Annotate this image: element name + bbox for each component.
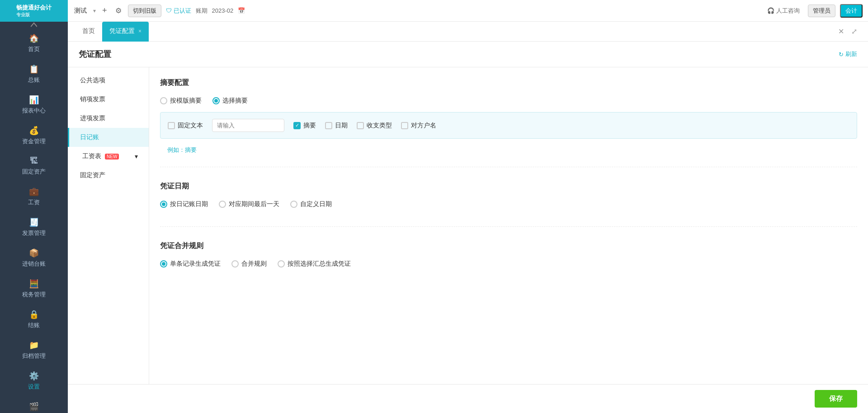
radio-merge[interactable]: 合并规则 xyxy=(231,260,267,268)
voucher-date-title: 凭证日期 xyxy=(160,182,857,191)
summary-checkbox: ✓ xyxy=(293,122,301,129)
sidebar-item-fixed-assets[interactable]: 🏗 固定资产 xyxy=(0,151,68,181)
fixed-text-checkbox xyxy=(168,122,175,129)
summary-radio-group: 按模版摘要 选择摘要 xyxy=(160,97,857,105)
left-nav-public[interactable]: 公共选项 xyxy=(68,71,149,90)
accountant-button[interactable]: 会计 xyxy=(840,4,863,18)
left-nav-payroll[interactable]: 工资表 NEW ▾ xyxy=(68,147,149,166)
sidebar-scroll-up[interactable] xyxy=(0,22,68,28)
purchase-icon: 📦 xyxy=(29,248,39,258)
tab-voucher-config[interactable]: 凭证配置 × xyxy=(102,22,149,42)
radio-select-summary[interactable]: 选择摘要 xyxy=(212,97,248,105)
sidebar-item-cash[interactable]: 💰 资金管理 xyxy=(0,120,68,151)
company-dropdown-icon[interactable]: ▾ xyxy=(93,8,96,14)
guide-icon: 🎬 xyxy=(29,402,39,412)
radio-journal-date[interactable]: 按日记账日期 xyxy=(160,200,208,208)
left-nav-sales-invoice[interactable]: 销项发票 xyxy=(68,90,149,109)
certified-status: 🛡 已认证 xyxy=(166,7,191,15)
checkbox-fixed-text[interactable]: 固定文本 xyxy=(168,122,203,130)
radio-template-summary[interactable]: 按模版摘要 xyxy=(160,97,202,105)
left-nav-journal[interactable]: 日记账 xyxy=(68,128,149,147)
merge-rules-section: 凭证合并规则 单条记录生成凭证 合并规则 按照选择汇总生成凭证 xyxy=(160,241,857,286)
close-accounts-icon: 🔒 xyxy=(29,310,39,319)
left-nav-fixed-assets[interactable]: 固定资产 xyxy=(68,166,149,185)
headset-icon: 🎧 xyxy=(767,7,774,14)
calendar-icon[interactable]: 📅 xyxy=(238,7,245,14)
content-area: 首页 凭证配置 × ✕ ⤢ 凭证配置 ↻ 刷新 公共选项 xyxy=(68,22,868,413)
sidebar-item-close[interactable]: 🔒 结账 xyxy=(0,304,68,335)
admin-button[interactable]: 管理员 xyxy=(808,5,835,17)
home-icon: 🏠 xyxy=(29,33,39,43)
archive-icon: 📁 xyxy=(29,340,39,350)
sidebar-item-home[interactable]: 🏠 首页 xyxy=(0,28,68,59)
tab-bar: 首页 凭证配置 × ✕ ⤢ xyxy=(68,22,868,42)
journal-date-circle xyxy=(160,201,167,208)
main-layout: 🏠 首页 📋 总账 📊 报表中心 💰 资金管理 🏗 固定资产 💼 工资 🧾 发票… xyxy=(0,22,868,413)
window-close-button[interactable]: ✕ xyxy=(835,27,848,36)
left-nav-purchase-invoice[interactable]: 进项发票 xyxy=(68,109,149,128)
summary-options-row: 固定文本 ✓ 摘要 日期 收支类型 xyxy=(160,112,857,139)
sidebar-item-archive[interactable]: 📁 归档管理 xyxy=(0,335,68,366)
chevron-down-icon: ▾ xyxy=(135,153,138,160)
save-button[interactable]: 保存 xyxy=(815,390,857,408)
save-bar: 保存 xyxy=(68,384,868,413)
sidebar-item-settings[interactable]: ⚙️ 设置 xyxy=(0,366,68,396)
add-company-button[interactable]: + xyxy=(100,6,109,15)
voucher-date-section: 凭证日期 按日记账日期 对应期间最后一天 自定义日期 xyxy=(160,182,857,227)
sidebar-item-general-ledger[interactable]: 📋 总账 xyxy=(0,59,68,89)
company-name: 测试 xyxy=(72,7,89,15)
switch-old-version-button[interactable]: 切到旧版 xyxy=(128,5,161,17)
single-circle xyxy=(160,260,167,268)
selected-circle xyxy=(278,260,285,268)
consult-button[interactable]: 🎧 人工咨询 xyxy=(767,7,800,15)
counterpart-checkbox xyxy=(401,122,408,129)
sidebar-item-invoice[interactable]: 🧾 发票管理 xyxy=(0,212,68,243)
tax-icon: 🧮 xyxy=(29,279,39,289)
tab-close-icon[interactable]: × xyxy=(138,28,142,34)
last-day-circle xyxy=(219,201,226,208)
radio-custom-date[interactable]: 自定义日期 xyxy=(290,200,332,208)
radio-single[interactable]: 单条记录生成凭证 xyxy=(160,260,221,268)
sidebar-item-guide[interactable]: 🎬 新手引导 xyxy=(0,396,68,413)
config-layout: 公共选项 销项发票 进项发票 日记账 工资表 NEW ▾ xyxy=(68,67,868,384)
period-label: 账期 xyxy=(196,7,208,15)
ledger-icon: 📋 xyxy=(29,64,39,74)
radio-last-day[interactable]: 对应期间最后一天 xyxy=(219,200,279,208)
income-type-checkbox xyxy=(357,122,364,129)
sidebar-item-tax[interactable]: 🧮 税务管理 xyxy=(0,273,68,304)
page-header: 凭证配置 ↻ 刷新 xyxy=(68,42,868,67)
voucher-date-radio-group: 按日记账日期 对应期间最后一天 自定义日期 xyxy=(160,200,857,208)
shield-icon: 🛡 xyxy=(166,7,172,14)
summary-config-section: 摘要配置 按模版摘要 选择摘要 xyxy=(160,78,857,167)
sidebar: 🏠 首页 📋 总账 📊 报表中心 💰 资金管理 🏗 固定资产 💼 工资 🧾 发票… xyxy=(0,22,68,413)
left-nav: 公共选项 销项发票 进项发票 日记账 工资表 NEW ▾ xyxy=(68,67,149,384)
settings-icon: ⚙️ xyxy=(29,371,39,381)
checkbox-summary[interactable]: ✓ 摘要 xyxy=(293,122,316,130)
merge-circle xyxy=(231,260,239,268)
checkbox-income-type[interactable]: 收支类型 xyxy=(357,122,392,130)
sidebar-item-payroll[interactable]: 💼 工资 xyxy=(0,181,68,212)
tab-home[interactable]: 首页 xyxy=(75,22,102,42)
radio-selected[interactable]: 按照选择汇总生成凭证 xyxy=(278,260,351,268)
refresh-icon: ↻ xyxy=(839,51,844,58)
checkbox-counterpart[interactable]: 对方户名 xyxy=(401,122,436,130)
sidebar-item-reports[interactable]: 📊 报表中心 xyxy=(0,89,68,120)
example-text: 例如：摘要 xyxy=(160,144,857,156)
right-content: 摘要配置 按模版摘要 选择摘要 xyxy=(149,67,868,384)
fixed-text-input[interactable] xyxy=(212,119,284,132)
radio-template-circle xyxy=(160,97,167,104)
merge-rules-title: 凭证合并规则 xyxy=(160,241,857,251)
sidebar-item-purchase-sales[interactable]: 📦 进销台账 xyxy=(0,243,68,273)
radio-select-circle xyxy=(212,97,220,104)
window-expand-button[interactable]: ⤢ xyxy=(848,27,861,36)
cash-icon: 💰 xyxy=(29,126,39,136)
new-badge: NEW xyxy=(105,154,119,160)
assets-icon: 🏗 xyxy=(30,156,38,166)
date-checkbox xyxy=(325,122,332,129)
summary-config-title: 摘要配置 xyxy=(160,78,857,88)
checkbox-date[interactable]: 日期 xyxy=(325,122,348,130)
company-settings-icon[interactable]: ⚙ xyxy=(113,6,123,15)
refresh-button[interactable]: ↻ 刷新 xyxy=(839,50,857,58)
page-title: 凭证配置 xyxy=(79,49,111,60)
merge-rules-radio-group: 单条记录生成凭证 合并规则 按照选择汇总生成凭证 xyxy=(160,260,857,268)
